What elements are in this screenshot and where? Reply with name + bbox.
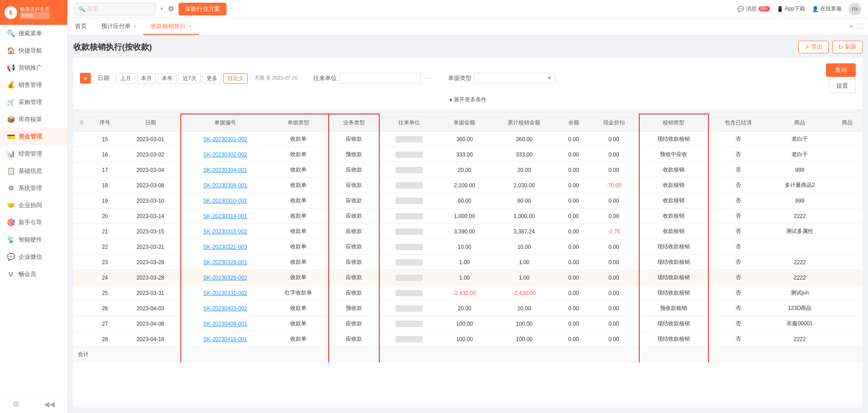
export-button[interactable]: ↗ 导出	[798, 41, 829, 53]
refresh-button[interactable]: ↻ 刷新	[832, 41, 863, 53]
this-month-button[interactable]: 本月	[137, 73, 156, 84]
td-counterparty	[379, 301, 439, 316]
sidebar-item-enterprise[interactable]: 🤝企业协同	[0, 197, 67, 214]
table-row: 18 2023-03-08 SK-20230308-001 收款单 应收款 2,…	[73, 178, 863, 193]
settings-button[interactable]: 设置	[829, 79, 856, 93]
td-total-offset: 100.00	[490, 316, 558, 332]
last-7-days-button[interactable]: 近7天	[179, 73, 201, 84]
td-no: 21	[90, 224, 120, 239]
bill-no-link[interactable]: SK-20230304-001	[203, 167, 247, 173]
app-download-button[interactable]: 📱 App下载	[777, 5, 805, 13]
close-window-icon[interactable]: ✕	[849, 23, 854, 30]
td-goods: 2222	[768, 209, 832, 224]
bill-no-link[interactable]: SK-20230301-002	[203, 136, 247, 142]
online-service-button[interactable]: 👤 在线客服	[812, 5, 842, 13]
sidebar-item-member[interactable]: V畅会员	[0, 266, 67, 283]
sidebar-item-guide[interactable]: 🎯新手引导	[0, 214, 67, 231]
sidebar-item-sales[interactable]: 💰销售管理	[0, 76, 67, 94]
query-button[interactable]: 查询	[826, 63, 856, 77]
topbar-gear-icon[interactable]: ⚙	[168, 5, 174, 13]
this-year-button[interactable]: 本年	[158, 73, 177, 84]
td-total-offset: 1.00	[490, 255, 558, 270]
expand-row: ▾ 展开更多条件	[80, 93, 856, 104]
search-box[interactable]: 🔍 搜索	[75, 3, 156, 15]
sidebar-item-label: 营销推广	[19, 64, 42, 72]
td-cash-discount: 0.00	[589, 239, 639, 255]
td-cash-discount: -2.76	[589, 224, 639, 239]
td-balance: 0.00	[558, 285, 589, 301]
filter-toggle-button[interactable]: »	[80, 73, 91, 84]
th-bill-no: 单据编号	[181, 114, 269, 132]
tab-prepay[interactable]: 预计应付单×	[94, 18, 143, 35]
sidebar-item-inventory[interactable]: 📦库存核算	[0, 111, 67, 128]
bill-no-link[interactable]: SK-20230418-001	[203, 336, 247, 342]
table-row: 19 2023-03-10 SK-20230310-001 收款单 应收款 60…	[73, 193, 863, 209]
bill-no-link[interactable]: SK-20230321-003	[203, 244, 247, 250]
td-bill-type: 收款单	[269, 193, 328, 209]
td-total-offset: -2,430.00	[490, 285, 558, 301]
column-gear-icon[interactable]: ⚙	[79, 119, 84, 126]
bill-no-link[interactable]: SK-20230302-002	[203, 152, 247, 158]
bill-no-link[interactable]: SK-20230314-001	[203, 213, 247, 219]
logo-icon: 6	[5, 6, 17, 19]
sidebar-item-quick[interactable]: 🏠快捷导航	[0, 42, 67, 59]
bill-no-link[interactable]: SK-20230315-002	[203, 228, 247, 235]
sidebar-item-finance[interactable]: 💳资金管理	[0, 128, 67, 145]
dropdown-arrow-icon[interactable]: ▾	[160, 6, 163, 12]
bill-no-link[interactable]: SK-20230408-001	[203, 321, 247, 327]
th-no: 序号	[90, 114, 120, 132]
bill-no-link[interactable]: SK-20230328-002	[203, 275, 247, 281]
td-balance: 0.00	[558, 301, 589, 316]
bill-no-link[interactable]: SK-20230328-001	[203, 259, 247, 266]
bill-no-link[interactable]: SK-20230331-002	[203, 290, 247, 296]
tabs-list: 首页预计应付单×收款核销执行×	[68, 18, 199, 35]
bill-no-link[interactable]: SK-20230308-001	[203, 182, 247, 189]
expand-conditions-button[interactable]: ▾ 展开更多条件	[449, 96, 486, 104]
td-include-cleared: 否	[708, 209, 768, 224]
topbar-right: 💬 消息 99+ 📱 App下载 👤 在线客服 Rit	[737, 3, 861, 15]
td-goods2	[832, 301, 863, 316]
solution-button[interactable]: 体验行业方案	[179, 3, 226, 15]
tab-collection[interactable]: 收款核销执行×	[143, 18, 198, 35]
td-bill-no: SK-20230328-001	[181, 255, 269, 270]
settings-icon[interactable]: ⚙	[13, 400, 19, 408]
table-footer-row: 合计	[73, 347, 863, 362]
last-month-button[interactable]: 上月	[116, 73, 135, 84]
bill-no-link[interactable]: SK-20230310-001	[203, 198, 247, 204]
sidebar-item-hardware[interactable]: 📡智能硬件	[0, 231, 67, 248]
td-no: 28	[90, 332, 120, 347]
td-total-offset: 20.00	[490, 162, 558, 178]
custom-date-button[interactable]: 自定义	[223, 73, 248, 84]
sidebar-item-basic[interactable]: 📋基础信息	[0, 162, 67, 180]
tab-home[interactable]: 首页	[68, 18, 94, 35]
tab-close-prepay[interactable]: ×	[133, 24, 136, 29]
counterparty-input[interactable]	[340, 73, 421, 84]
td-bill-type: 收款单	[269, 255, 328, 270]
sidebar-item-operation[interactable]: 📊经营管理	[0, 145, 67, 162]
app-label: App下载	[785, 5, 805, 13]
sidebar-item-purchase[interactable]: 🛒采购管理	[0, 94, 67, 111]
td-bill-no: SK-20230301-002	[181, 132, 269, 147]
sidebar-item-wechat[interactable]: 💬企业微信	[0, 248, 67, 266]
receipt-type-select[interactable]	[474, 73, 556, 84]
sidebar-item-marketing[interactable]: 📢营销推广	[0, 59, 67, 76]
td-biz-type: 预收款	[329, 147, 380, 162]
user-avatar[interactable]: Rit	[849, 3, 861, 15]
bill-no-link[interactable]: SK-20230403-002	[203, 305, 247, 312]
collapse-icon[interactable]: ◀◀	[44, 400, 55, 408]
sidebar-item-system[interactable]: ⚙系统管理	[0, 180, 67, 197]
td-total-offset: 60.00	[490, 193, 558, 209]
footer-bill-type	[269, 347, 328, 362]
td-no: 19	[90, 193, 120, 209]
th-gear[interactable]: ⚙	[73, 114, 90, 132]
tab-close-collection[interactable]: ×	[189, 24, 191, 29]
td-date: 2023-03-28	[120, 255, 181, 270]
more-dates-button[interactable]: 更多	[203, 73, 222, 84]
more-options-dots[interactable]: ···	[424, 74, 432, 82]
sidebar-item-search[interactable]: 🔍搜索菜单	[0, 25, 67, 42]
message-button[interactable]: 💬 消息 99+	[737, 5, 770, 13]
td-counterparty	[379, 178, 439, 193]
expand-icon: ▾	[449, 97, 452, 103]
service-label: 在线客服	[820, 5, 842, 13]
maximize-icon[interactable]: ⛶	[858, 23, 863, 30]
